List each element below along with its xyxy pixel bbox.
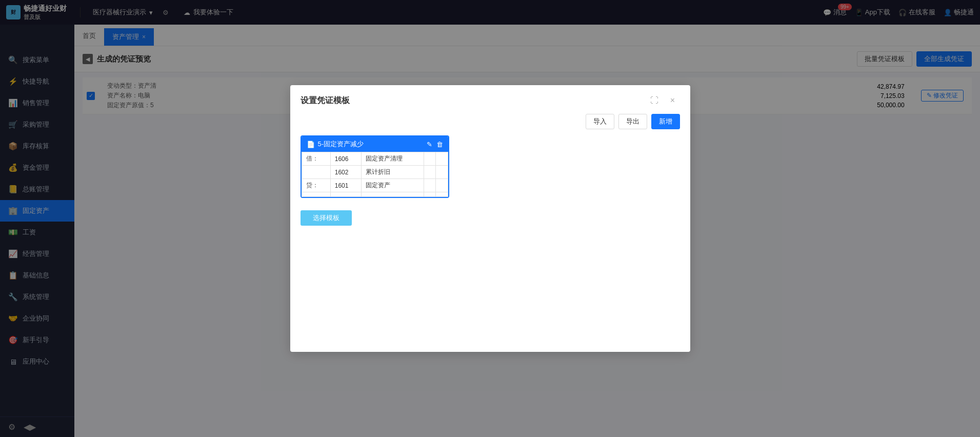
modal-overlay: 设置凭证模板 ⛶ × 导入 导出 新增 — [74, 46, 980, 437]
modal-title: 设置凭证模板 — [301, 95, 647, 106]
template-table: 借： 1606 固定资产清理 — [302, 152, 448, 197]
content-body: ◀ 生成的凭证预览 批量凭证模板 全部生成凭证 — [74, 46, 980, 437]
template-name-4 — [361, 192, 424, 197]
template-delete-button[interactable]: 🗑 — [436, 141, 443, 148]
template-col3-3 — [424, 179, 435, 192]
window-controls: ⛶ × — [647, 93, 680, 108]
template-col3-1 — [424, 152, 435, 166]
template-side-1: 借： — [302, 152, 330, 166]
content-area: 首页 资产管理 × ◀ 生成的凭证预览 — [74, 25, 980, 437]
template-col4-4 — [436, 192, 448, 197]
export-button[interactable]: 导出 — [618, 114, 647, 129]
close-modal-button[interactable]: × — [666, 93, 680, 108]
template-row-3: 贷： 1601 固定资产 — [302, 179, 448, 192]
template-col3-4 — [424, 192, 435, 197]
select-template-area: 选择模板 — [301, 204, 680, 226]
modal-body: 📄 5-固定资产减少 ✎ 🗑 — [290, 135, 690, 236]
template-code-3: 1601 — [330, 179, 361, 192]
template-name-3: 固定资产 — [361, 179, 424, 192]
select-template-button[interactable]: 选择模板 — [301, 210, 352, 226]
template-card-actions: ✎ 🗑 — [427, 141, 443, 148]
template-edit-button[interactable]: ✎ — [427, 141, 432, 148]
modal-dialog: 设置凭证模板 ⛶ × 导入 导出 新增 — [290, 85, 690, 352]
template-card-title-area: 📄 5-固定资产减少 — [307, 140, 364, 149]
import-button[interactable]: 导入 — [586, 114, 614, 129]
main-area: 🔍 搜索菜单 ⚡ 快捷导航 📊 销售管理 🛒 采购管理 📦 库存核算 — [0, 25, 980, 437]
template-card-name: 5-固定资产减少 — [318, 140, 364, 149]
template-col4-2 — [436, 166, 448, 179]
template-code-4 — [330, 192, 361, 197]
template-doc-icon: 📄 — [307, 141, 315, 148]
template-name-1: 固定资产清理 — [361, 152, 424, 166]
template-row-4 — [302, 192, 448, 197]
template-side-4 — [302, 192, 330, 197]
template-col4-3 — [436, 179, 448, 192]
template-col3-2 — [424, 166, 435, 179]
template-row-1: 借： 1606 固定资产清理 — [302, 152, 448, 166]
template-card: 📄 5-固定资产减少 ✎ 🗑 — [301, 135, 449, 198]
modal-header: 设置凭证模板 ⛶ × — [290, 85, 690, 108]
template-code-2: 1602 — [330, 166, 361, 179]
template-side-3: 贷： — [302, 179, 330, 192]
template-side-2 — [302, 166, 330, 179]
template-code-1: 1606 — [330, 152, 361, 166]
template-name-2: 累计折旧 — [361, 166, 424, 179]
template-card-body: 借： 1606 固定资产清理 — [302, 152, 448, 197]
expand-icon[interactable]: ⛶ — [647, 93, 662, 108]
new-template-button[interactable]: 新增 — [651, 114, 680, 129]
template-card-header: 📄 5-固定资产减少 ✎ 🗑 — [302, 136, 448, 152]
modal-toolbar: 导入 导出 新增 — [290, 108, 690, 135]
template-row-2: 1602 累计折旧 — [302, 166, 448, 179]
template-col4-1 — [436, 152, 448, 166]
